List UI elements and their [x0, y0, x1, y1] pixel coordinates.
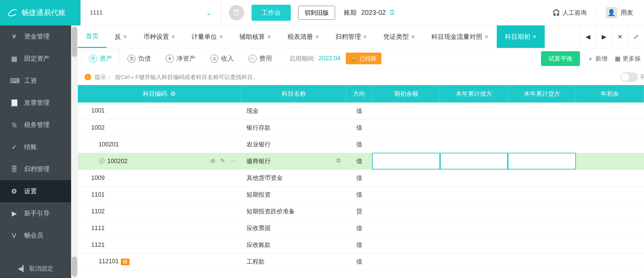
scrollbar-thumb[interactable]	[72, 257, 77, 277]
period-value[interactable]: 2023-02	[361, 9, 386, 16]
more-icon[interactable]: ⋯	[230, 157, 236, 164]
table-row[interactable]: 1101短期投资借	[78, 186, 644, 203]
value-cell	[440, 236, 508, 253]
content: 首页反✕币种设置✕计量单位✕辅助核算✕税表清册✕归档管理✕凭证类型✕科目现金流量…	[71, 25, 644, 278]
value-cell	[508, 186, 576, 203]
scrollbar-thumb[interactable]	[72, 27, 77, 57]
tab-3[interactable]: 计量单位✕	[183, 25, 231, 48]
table-row[interactable]: 100201农业银行借	[78, 136, 644, 153]
switch-old-version-button[interactable]: 切到旧版	[298, 6, 335, 20]
direction: 贷	[346, 203, 372, 220]
table-row[interactable]: ⓧ100202⊕✎⋯徽商银行⧉借	[78, 153, 644, 169]
trial-balance-button[interactable]: 试算平衡	[541, 51, 580, 66]
value-cell	[372, 220, 440, 236]
add-child-icon[interactable]: ⊕	[210, 157, 215, 164]
sidebar-item-6[interactable]: 🗄归档管理	[0, 158, 71, 180]
tab-4[interactable]: 辅助核算✕	[231, 25, 279, 48]
value-cell	[372, 203, 440, 220]
sidebar-item-5[interactable]: ✓结账	[0, 136, 71, 158]
table-row[interactable]: 1111应收票据借	[78, 220, 644, 236]
category-tab-2[interactable]: ¥净资产	[159, 51, 202, 67]
category-tab-1[interactable]: 负负债	[121, 51, 158, 67]
copy-icon[interactable]: ⧉	[336, 157, 341, 164]
tab-scroll-left[interactable]: ◀	[580, 25, 596, 48]
tab-2[interactable]: 币种设置✕	[136, 25, 183, 48]
sidebar-item-8[interactable]: ▶新手引导	[0, 202, 71, 224]
tab-5[interactable]: 税表清册✕	[279, 25, 327, 48]
unpin-sidebar[interactable]: ◀▎ 取消固定	[0, 259, 71, 278]
sidebar-item-label: 税务管理	[24, 121, 50, 129]
tab-6[interactable]: 归档管理✕	[327, 25, 375, 48]
table-row[interactable]: 1009其他货币资金借	[78, 169, 644, 186]
tab-label: 辅助核算	[239, 32, 265, 41]
value-cell	[576, 236, 644, 253]
table-row[interactable]: 112101辅工程款借	[78, 253, 644, 270]
tab-8[interactable]: 科目现金流量对照✕	[423, 25, 497, 48]
tab-1[interactable]: 反✕	[107, 25, 136, 48]
editable-cell[interactable]	[372, 153, 440, 169]
tab-expand[interactable]: ⤢	[628, 25, 644, 48]
table-row[interactable]: 1121应收账款借	[78, 236, 644, 253]
workbench-button[interactable]: 工作台	[252, 5, 291, 21]
content-scrollbar[interactable]	[71, 25, 78, 278]
account-code: 1101	[83, 191, 105, 198]
category-tab-4[interactable]: □费用	[242, 51, 279, 67]
close-icon[interactable]: ✕	[123, 34, 127, 40]
close-icon[interactable]: ✕	[315, 34, 319, 40]
calendar-icon[interactable]: 🗓	[389, 9, 396, 16]
company-selector[interactable]: 1111 ⌄	[80, 0, 221, 25]
add-label: 新增	[595, 55, 607, 63]
editable-cell[interactable]	[508, 153, 576, 169]
value-cell	[440, 119, 508, 136]
cutoff-text: 不	[640, 73, 644, 81]
col-header-0: 科目编码⚙	[78, 85, 241, 102]
close-icon[interactable]: ✕	[484, 34, 489, 40]
value-cell	[508, 220, 576, 236]
col-header-6: 年初余	[576, 85, 644, 102]
delete-icon[interactable]: ⓧ	[99, 158, 105, 164]
sidebar-item-3[interactable]: 🧾发票管理	[0, 92, 71, 114]
sidebar-item-7[interactable]: ⚙设置	[0, 180, 71, 202]
category-icon: ¥	[166, 55, 174, 63]
user-menu[interactable]: 👤 用友	[606, 7, 633, 18]
add-button[interactable]: ＋新增	[587, 55, 607, 63]
tab-label: 计量单位	[192, 32, 217, 41]
close-icon[interactable]: ✕	[267, 34, 271, 40]
edit-icon[interactable]: ✎	[220, 157, 225, 164]
tab-7[interactable]: 凭证类型✕	[375, 25, 423, 48]
tab-0[interactable]: 首页	[78, 25, 107, 48]
close-icon[interactable]: ✕	[411, 34, 415, 40]
clipboard-icon[interactable]	[229, 5, 244, 20]
topbar: 畅捷通易代账 1111 ⌄ 工作台 切到旧版 账期 2023-02 🗓 🎧 人工…	[0, 0, 644, 25]
sidebar-item-9[interactable]: V畅会员	[0, 224, 71, 247]
tab-close-all[interactable]: ✕	[612, 25, 628, 48]
tab-9[interactable]: 科目期初✕	[497, 25, 545, 48]
sidebar-item-0[interactable]: ￥资金管理	[0, 25, 71, 48]
sidebar-icon: ￥	[10, 32, 18, 41]
value-cell	[372, 186, 440, 203]
close-icon[interactable]: ✕	[219, 34, 223, 40]
editable-cell[interactable]	[440, 153, 508, 169]
category-tab-0[interactable]: 资资产	[82, 51, 119, 67]
table-row[interactable]: 1002银行存款借	[78, 119, 644, 136]
table-row[interactable]: 1001现金借	[78, 102, 644, 119]
gear-icon[interactable]: ⚙	[170, 90, 176, 97]
sidebar-item-1[interactable]: ▦固定资产	[0, 48, 71, 70]
account-code: 1102	[83, 208, 105, 215]
sidebar-item-2[interactable]: ⌨工资	[0, 70, 71, 92]
table-row[interactable]: 1102短期投资跌价准备贷	[78, 203, 644, 220]
close-icon[interactable]: ✕	[532, 34, 537, 40]
sidebar: ￥资金管理▦固定资产⌨工资🧾发票管理％税务管理✓结账🗄归档管理⚙设置▶新手引导V…	[0, 25, 71, 278]
more-actions-button[interactable]: ▦更多操	[615, 55, 641, 63]
category-tab-3[interactable]: ◎收入	[204, 51, 240, 67]
sidebar-item-4[interactable]: ％税务管理	[0, 114, 71, 136]
close-icon[interactable]: ✕	[363, 34, 367, 40]
user-name: 用友	[621, 8, 633, 17]
account-code: 1002	[83, 124, 105, 131]
close-icon[interactable]: ✕	[171, 34, 175, 40]
account-name: 短期投资跌价准备	[247, 208, 295, 215]
toggle-switch[interactable]	[621, 72, 638, 82]
consult-link[interactable]: 🎧 人工咨询	[552, 9, 587, 17]
sidebar-item-label: 归档管理	[24, 165, 50, 173]
tab-scroll-right[interactable]: ▶	[596, 25, 612, 48]
